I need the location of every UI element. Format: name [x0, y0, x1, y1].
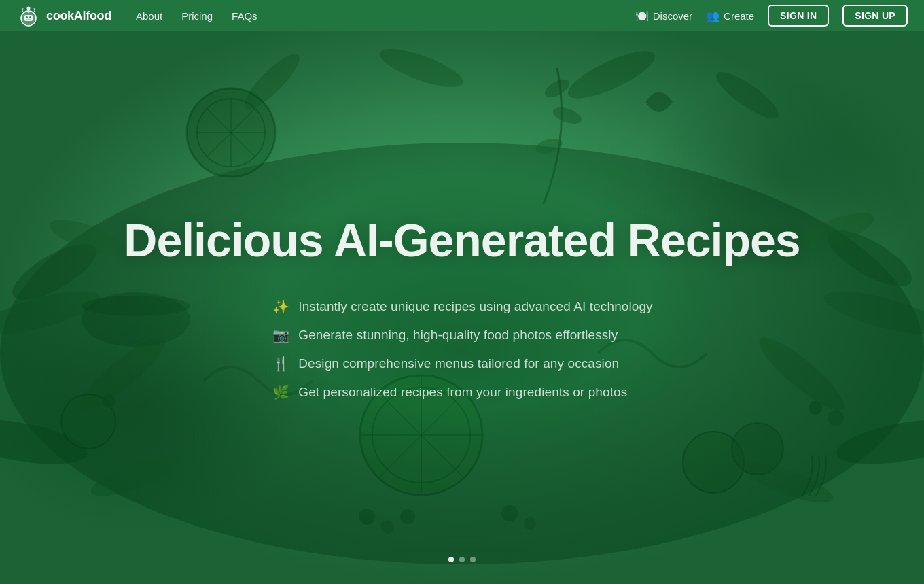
hero-section: Delicious AI-Generated Recipes ✨ Instant… [0, 31, 924, 584]
feature-text-3: Design comprehensive menus tailored for … [298, 356, 619, 371]
brand-name: cookAIfood [46, 9, 111, 23]
hero-title: Delicious AI-Generated Recipes [124, 215, 800, 266]
feature-icon-3: 🍴 [271, 356, 290, 372]
nav-right: 🍽️ Discover 👥 Create SIGN IN SIGN UP [635, 5, 908, 27]
nav-about[interactable]: About [128, 6, 171, 26]
svg-rect-50 [26, 20, 31, 21]
pagination-dots [448, 557, 476, 562]
dot-3[interactable] [470, 557, 476, 562]
feature-text-2: Generate stunning, high-quality food pho… [298, 328, 618, 343]
signin-button[interactable]: SIGN IN [768, 5, 829, 27]
feature-text-1: Instantly create unique recipes using ad… [298, 299, 652, 314]
navbar: cookAIfood About Pricing FAQs 🍽️ Discove… [0, 0, 924, 31]
svg-point-48 [26, 16, 28, 18]
feature-item-2: 📷 Generate stunning, high-quality food p… [271, 327, 618, 343]
svg-point-52 [27, 7, 31, 10]
feature-icon-4: 🌿 [271, 384, 290, 400]
logo[interactable]: cookAIfood [16, 3, 111, 28]
dot-2[interactable] [459, 557, 465, 562]
feature-item-4: 🌿 Get personalized recipes from your ing… [271, 384, 627, 400]
nav-faqs[interactable]: FAQs [224, 6, 266, 26]
feature-item-3: 🍴 Design comprehensive menus tailored fo… [271, 356, 619, 372]
signup-button[interactable]: SIGN UP [842, 5, 908, 27]
dot-1[interactable] [448, 557, 454, 562]
nav-create[interactable]: 👥 Create [706, 10, 754, 22]
feature-icon-1: ✨ [271, 298, 290, 315]
discover-icon: 🍽️ [635, 10, 649, 22]
svg-point-49 [29, 16, 31, 18]
feature-icon-2: 📷 [271, 327, 290, 343]
hero-features: ✨ Instantly create unique recipes using … [271, 298, 652, 400]
nav-left: cookAIfood About Pricing FAQs [16, 3, 266, 28]
feature-item-1: ✨ Instantly create unique recipes using … [271, 298, 652, 315]
nav-discover-label: Discover [653, 10, 692, 22]
create-icon: 👥 [706, 10, 719, 22]
nav-links: About Pricing FAQs [128, 6, 266, 26]
feature-text-4: Get personalized recipes from your ingre… [298, 385, 627, 400]
logo-icon [16, 3, 41, 28]
nav-pricing[interactable]: Pricing [173, 6, 221, 26]
nav-discover[interactable]: 🍽️ Discover [635, 10, 692, 22]
nav-create-label: Create [724, 10, 754, 22]
